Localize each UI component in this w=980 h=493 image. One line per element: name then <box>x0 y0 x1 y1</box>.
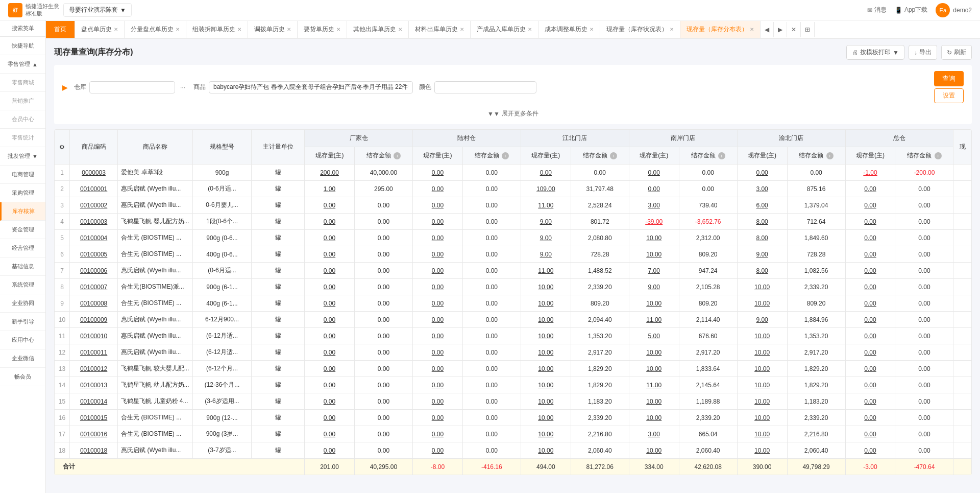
row-nan-qty[interactable]: 11.00 <box>629 377 679 393</box>
row-factory-qty[interactable]: 0.00 <box>305 295 355 312</box>
row-yubei-qty[interactable]: 10.00 <box>737 377 787 393</box>
row-total-qty[interactable]: -1.00 <box>845 165 895 181</box>
row-code[interactable]: 00100014 <box>70 393 118 410</box>
row-nan-qty[interactable]: 10.00 <box>629 361 679 377</box>
row-factory-qty[interactable]: 0.00 <box>305 246 355 263</box>
close-tab-icon[interactable]: ✕ <box>460 27 464 32</box>
row-code[interactable]: 00100006 <box>70 263 118 279</box>
tab-expand-btn[interactable]: ⊞ <box>801 22 815 37</box>
sidebar-item-purchase[interactable]: 采购管理 <box>0 184 45 202</box>
row-lu-qty[interactable]: 0.00 <box>412 197 462 214</box>
user-area[interactable]: Ea demo2 <box>936 3 972 17</box>
row-factory-qty[interactable]: 0.00 <box>305 328 355 344</box>
row-factory-qty[interactable]: 0.00 <box>305 230 355 246</box>
row-nan-qty[interactable]: -39.00 <box>629 214 679 230</box>
row-total-qty[interactable]: 0.00 <box>845 181 895 197</box>
close-tab-icon[interactable]: ✕ <box>590 27 594 32</box>
row-yubei-qty[interactable]: 10.00 <box>737 344 787 361</box>
row-yubei-qty[interactable]: 8.00 <box>737 214 787 230</box>
row-lu-qty[interactable]: 0.00 <box>412 181 462 197</box>
row-yubei-qty[interactable]: 8.00 <box>737 230 787 246</box>
row-nan-qty[interactable]: 9.00 <box>629 279 679 295</box>
row-factory-qty[interactable]: 0.00 <box>305 344 355 361</box>
row-total-qty[interactable]: 0.00 <box>845 426 895 442</box>
row-code[interactable]: 00100010 <box>70 328 118 344</box>
row-code[interactable]: 00100008 <box>70 295 118 312</box>
row-nan-qty[interactable]: 5.00 <box>629 328 679 344</box>
row-factory-qty[interactable]: 0.00 <box>305 361 355 377</box>
info-icon[interactable]: i <box>826 152 834 159</box>
sidebar-item-vip[interactable]: 畅会员 <box>0 368 45 386</box>
export-btn[interactable]: ↓ 导出 <box>909 45 937 60</box>
row-factory-qty[interactable]: 0.00 <box>305 377 355 393</box>
tab-product-in[interactable]: 产成品入库单历史 ✕ <box>471 21 538 38</box>
row-lu-qty[interactable]: 0.00 <box>412 312 462 328</box>
row-yubei-qty[interactable]: 6.00 <box>737 197 787 214</box>
tab-home[interactable]: 首页 <box>46 21 75 38</box>
sidebar-item-system[interactable]: 系统管理 <box>0 276 45 294</box>
tab-cost-adjust[interactable]: 成本调整单历史 ✕ <box>538 21 600 38</box>
row-jiangbei-qty[interactable]: 11.00 <box>521 263 571 279</box>
row-factory-qty[interactable]: 0.00 <box>305 426 355 442</box>
row-total-qty[interactable]: 0.00 <box>845 230 895 246</box>
expand-more-btn[interactable]: ▼▼ 展开更多条件 <box>487 109 538 118</box>
row-total-qty[interactable]: 0.00 <box>845 246 895 263</box>
sidebar-item-inventory[interactable]: 库存核算 <box>0 202 45 221</box>
row-total-qty[interactable]: 0.00 <box>845 344 895 361</box>
row-lu-qty[interactable]: 0.00 <box>412 165 462 181</box>
tab-other-out[interactable]: 其他出库单历史 ✕ <box>347 21 409 38</box>
row-total-qty[interactable]: 0.00 <box>845 377 895 393</box>
sidebar-item-wechat[interactable]: 企业微信 <box>0 349 45 368</box>
close-tab-icon[interactable]: ✕ <box>750 27 754 32</box>
tab-stock-dist[interactable]: 现存量（库存分布表） ✕ <box>680 21 761 38</box>
row-jiangbei-qty[interactable]: 0.00 <box>521 165 571 181</box>
row-jiangbei-qty[interactable]: 109.00 <box>521 181 571 197</box>
row-factory-qty[interactable]: 0.00 <box>305 312 355 328</box>
row-nan-qty[interactable]: 0.00 <box>629 165 679 181</box>
row-jiangbei-qty[interactable]: 10.00 <box>521 328 571 344</box>
row-code[interactable]: 00100005 <box>70 246 118 263</box>
info-icon[interactable]: i <box>935 152 942 159</box>
info-icon[interactable]: i <box>718 152 725 159</box>
row-lu-qty[interactable]: 0.00 <box>412 393 462 410</box>
row-code[interactable]: 00100018 <box>70 442 118 459</box>
row-yubei-qty[interactable]: 10.00 <box>737 361 787 377</box>
app-download-btn[interactable]: 📱 App下载 <box>895 6 927 14</box>
row-yubei-qty[interactable]: 3.00 <box>737 181 787 197</box>
color-input[interactable] <box>434 81 536 93</box>
row-factory-qty[interactable]: 200.00 <box>305 165 355 181</box>
row-nan-qty[interactable]: 10.00 <box>629 295 679 312</box>
row-yubei-qty[interactable]: 10.00 <box>737 426 787 442</box>
row-total-qty[interactable]: 0.00 <box>845 312 895 328</box>
row-total-qty[interactable]: 0.00 <box>845 295 895 312</box>
row-total-qty[interactable]: 0.00 <box>845 263 895 279</box>
row-total-qty[interactable]: 0.00 <box>845 442 895 459</box>
row-nan-qty[interactable]: 10.00 <box>629 246 679 263</box>
close-tab-icon[interactable]: ✕ <box>114 27 118 32</box>
tab-requisition[interactable]: 要货单历史 ✕ <box>298 21 347 38</box>
row-jiangbei-qty[interactable]: 9.00 <box>521 214 571 230</box>
row-lu-qty[interactable]: 0.00 <box>412 410 462 426</box>
sidebar-item-collab[interactable]: 企业协同 <box>0 294 45 313</box>
row-lu-qty[interactable]: 0.00 <box>412 442 462 459</box>
row-jiangbei-qty[interactable]: 11.00 <box>521 197 571 214</box>
row-yubei-qty[interactable]: 10.00 <box>737 279 787 295</box>
row-factory-qty[interactable]: 1.00 <box>305 181 355 197</box>
row-code[interactable]: 00100004 <box>70 230 118 246</box>
print-btn[interactable]: 🖨 按模板打印 ▼ <box>846 45 904 60</box>
close-tab-icon[interactable]: ✕ <box>237 27 241 32</box>
row-yubei-qty[interactable]: 9.00 <box>737 246 787 263</box>
row-code[interactable]: 00100013 <box>70 377 118 393</box>
industry-dropdown[interactable]: 母婴行业演示陈套 ▼ <box>63 3 132 17</box>
row-lu-qty[interactable]: 0.00 <box>412 263 462 279</box>
sidebar-item-member[interactable]: 会员中心 <box>0 110 45 129</box>
info-icon[interactable]: i <box>394 152 401 159</box>
row-total-qty[interactable]: 0.00 <box>845 214 895 230</box>
sidebar-search[interactable]: 搜索英单 <box>0 20 45 37</box>
expand-arrow-icon[interactable]: ▶ <box>62 83 68 91</box>
sidebar-item-appcenter[interactable]: 应用中心 <box>0 331 45 349</box>
row-total-qty[interactable]: 0.00 <box>845 197 895 214</box>
close-tab-icon[interactable]: ✕ <box>670 27 674 32</box>
row-jiangbei-qty[interactable]: 10.00 <box>521 312 571 328</box>
sidebar-item-operation[interactable]: 经营管理 <box>0 239 45 257</box>
